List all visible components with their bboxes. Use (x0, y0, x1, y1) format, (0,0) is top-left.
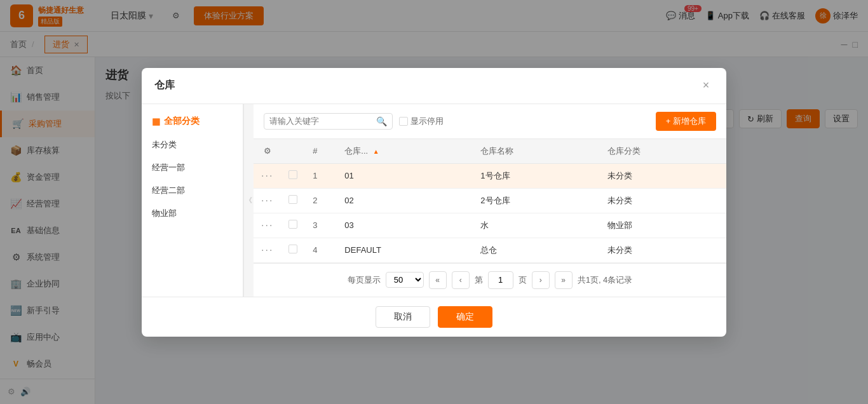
cell-num: 1 (305, 163, 337, 188)
row-checkbox[interactable] (288, 220, 297, 229)
row-more-icon[interactable]: ··· (261, 170, 273, 181)
modal-title: 仓库 (154, 79, 175, 92)
cell-category: 未分类 (600, 163, 726, 188)
cell-check[interactable] (281, 238, 305, 262)
cell-more[interactable]: ··· (254, 188, 281, 213)
modal-sidebar-item-0[interactable]: 未分类 (142, 133, 243, 156)
cell-num: 3 (305, 213, 337, 238)
table-row[interactable]: ··· 3 03 水 物业部 (254, 213, 726, 238)
show-disabled-text: 显示停用 (410, 116, 444, 127)
first-page-button[interactable]: « (429, 271, 447, 289)
modal-sidebar-item-2[interactable]: 经营二部 (142, 179, 243, 202)
modal-header: 仓库 × (142, 68, 726, 104)
last-page-button[interactable]: » (555, 271, 573, 289)
cell-num: 2 (305, 188, 337, 213)
grid-icon: ▦ (152, 116, 160, 126)
show-disabled-checkbox[interactable] (399, 117, 408, 126)
show-disabled-label[interactable]: 显示停用 (399, 116, 444, 127)
cell-code: DEFAULT (337, 238, 473, 262)
modal-close-button[interactable]: × (698, 78, 714, 93)
table-row[interactable]: ··· 4 DEFAULT 总仓 未分类 (254, 238, 726, 262)
warehouse-table: ⚙ # 仓库... ▲ 仓库名称 (254, 139, 726, 263)
modal-sidebar-item-3[interactable]: 物业部 (142, 202, 243, 225)
search-input[interactable] (269, 116, 376, 126)
row-more-icon[interactable]: ··· (261, 195, 273, 206)
cell-more[interactable]: ··· (254, 238, 281, 262)
pagination: 每页显示 50 100 200 « ‹ 第 页 › » 共1页, 4条记录 (254, 263, 726, 297)
modal-body: ▦ 全部分类 未分类 经营一部 经营二部 物业部 《 (142, 104, 726, 297)
total-info: 共1页, 4条记录 (578, 274, 633, 286)
row-checkbox[interactable] (288, 170, 297, 179)
col-header-gear: ⚙ (254, 139, 281, 164)
cell-name: 1号仓库 (473, 163, 599, 188)
per-page-select[interactable]: 50 100 200 (386, 272, 424, 288)
row-checkbox[interactable] (288, 245, 297, 253)
cell-check[interactable] (281, 188, 305, 213)
col-header-code[interactable]: 仓库... ▲ (337, 139, 473, 164)
modal-sidebar: ▦ 全部分类 未分类 经营一部 经营二部 物业部 (142, 104, 243, 297)
page-input[interactable] (488, 271, 513, 289)
page-label: 第 (475, 274, 483, 286)
prev-page-button[interactable]: ‹ (452, 271, 470, 289)
cell-name: 2号仓库 (473, 188, 599, 213)
table-row[interactable]: ··· 2 02 2号仓库 未分类 (254, 188, 726, 213)
modal-sidebar-all-label: 全部分类 (164, 116, 200, 127)
page-unit: 页 (519, 274, 527, 286)
col-code-label: 仓库... (344, 146, 368, 156)
cell-name: 总仓 (473, 238, 599, 262)
modal-toolbar: 🔍 显示停用 + 新增仓库 (254, 104, 726, 139)
cell-check[interactable] (281, 213, 305, 238)
col-header-name[interactable]: 仓库名称 (473, 139, 599, 164)
per-page-label: 每页显示 (348, 274, 381, 286)
cell-check[interactable] (281, 163, 305, 188)
cell-more[interactable]: ··· (254, 163, 281, 188)
warehouse-modal: 仓库 × ▦ 全部分类 未分类 经营一部 经营二部 物业部 《 (142, 68, 726, 337)
modal-sidebar-wrapper: ▦ 全部分类 未分类 经营一部 经营二部 物业部 《 (142, 104, 254, 297)
cell-code: 03 (337, 213, 473, 238)
modal-sidebar-all[interactable]: ▦ 全部分类 (142, 109, 243, 133)
sidebar-collapse-button[interactable]: 《 (243, 104, 254, 297)
col-header-check (281, 139, 305, 164)
cell-category: 物业部 (600, 213, 726, 238)
cell-code: 01 (337, 163, 473, 188)
modal-sidebar-item-1[interactable]: 经营一部 (142, 156, 243, 179)
row-more-icon[interactable]: ··· (261, 245, 273, 255)
cancel-button[interactable]: 取消 (376, 306, 430, 328)
next-page-button[interactable]: › (532, 271, 550, 289)
cell-more[interactable]: ··· (254, 213, 281, 238)
confirm-button[interactable]: 确定 (438, 306, 492, 328)
modal-footer: 取消 确定 (142, 297, 726, 337)
cell-num: 4 (305, 238, 337, 262)
modal-main: 🔍 显示停用 + 新增仓库 ⚙ (254, 104, 726, 297)
col-name-label: 仓库名称 (480, 146, 513, 156)
table-row[interactable]: ··· 1 01 1号仓库 未分类 (254, 163, 726, 188)
add-warehouse-button[interactable]: + 新增仓库 (656, 112, 716, 131)
collapse-icon: 《 (245, 196, 252, 205)
col-header-num: # (305, 139, 337, 164)
sort-icon-code: ▲ (373, 148, 379, 155)
cell-name: 水 (473, 213, 599, 238)
cell-code: 02 (337, 188, 473, 213)
cell-category: 未分类 (600, 238, 726, 262)
search-input-wrap[interactable]: 🔍 (264, 113, 393, 130)
col-header-category[interactable]: 仓库分类 (600, 139, 726, 164)
search-icon: 🔍 (376, 116, 387, 126)
row-more-icon[interactable]: ··· (261, 220, 273, 231)
col-category-label: 仓库分类 (607, 146, 641, 156)
row-checkbox[interactable] (288, 195, 297, 204)
table-header-row: ⚙ # 仓库... ▲ 仓库名称 (254, 139, 726, 164)
cell-category: 未分类 (600, 188, 726, 213)
modal-overlay: 仓库 × ▦ 全部分类 未分类 经营一部 经营二部 物业部 《 (0, 0, 868, 404)
